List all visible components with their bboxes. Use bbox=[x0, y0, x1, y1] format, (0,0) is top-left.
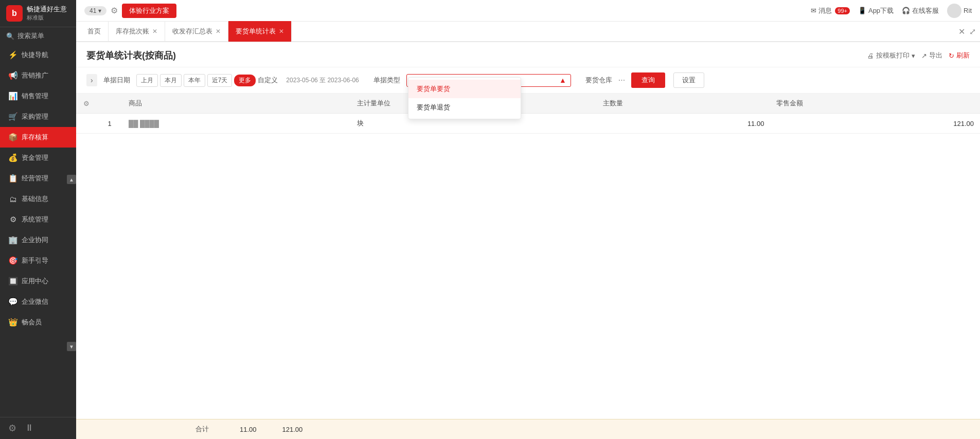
sidebar-item-member[interactable]: 👑 畅会员 bbox=[0, 312, 76, 333]
sidebar-item-operations[interactable]: 📋 经营管理 bbox=[0, 168, 76, 189]
topbar: 41 ▾ ⚙ 体验行业方案 ✉ 消息 99+ 📱 App下载 🎧 在线客服 R bbox=[76, 0, 980, 22]
sidebar-label-purchase: 采购管理 bbox=[22, 112, 48, 121]
sidebar-item-enterprise[interactable]: 🏢 企业协同 bbox=[0, 230, 76, 250]
member-icon: 👑 bbox=[8, 318, 17, 327]
table-header-quantity: 主数量 bbox=[597, 94, 771, 114]
table-header-index bbox=[97, 94, 122, 114]
print-button[interactable]: 🖨 按模板打印 ▾ bbox=[867, 51, 915, 60]
warehouse-more-btn[interactable]: ··· bbox=[618, 76, 625, 85]
sidebar-search[interactable]: 🔍 搜索菜单 bbox=[0, 27, 76, 45]
date-more-button[interactable]: 更多 bbox=[234, 75, 256, 86]
warehouse-filter-label: 要货仓库 bbox=[585, 76, 612, 85]
tab-close-inventory-batch[interactable]: ✕ bbox=[152, 28, 157, 35]
tab-home[interactable]: 首页 bbox=[80, 21, 109, 42]
sidebar-label-enterprise: 企业协同 bbox=[22, 235, 48, 245]
sidebar: b 畅捷通好生意 标准版 🔍 搜索菜单 ⚡ 快捷导航📢 营销推广📊 销售管理🛒 … bbox=[0, 0, 76, 439]
page-title: 要货单统计表(按商品) bbox=[86, 49, 176, 62]
row-index: 1 bbox=[97, 114, 122, 134]
type-dropdown-arrow[interactable]: ▲ bbox=[555, 76, 571, 84]
filter-toggle-button[interactable]: › bbox=[86, 74, 97, 86]
trial-button[interactable]: 体验行业方案 bbox=[122, 4, 176, 18]
sidebar-item-finance[interactable]: 💰 资金管理 bbox=[0, 148, 76, 168]
sidebar-scroll-down[interactable]: ▼ bbox=[67, 342, 76, 351]
date-last-month[interactable]: 上月 bbox=[136, 74, 158, 87]
logo-title: 畅捷通好生意 bbox=[27, 5, 67, 14]
export-button[interactable]: ↗ 导出 bbox=[921, 51, 942, 60]
collapse-icon[interactable]: ⏸ bbox=[25, 423, 34, 434]
wechat-icon: 💬 bbox=[8, 297, 17, 306]
sidebar-item-apps[interactable]: 🔲 应用中心 bbox=[0, 271, 76, 291]
dropdown-item-order-goods[interactable]: 要货单要货 bbox=[408, 80, 521, 98]
user-profile[interactable]: Rit bbox=[947, 4, 972, 18]
dropdown-item-order-return[interactable]: 要货单退货 bbox=[408, 98, 521, 117]
sidebar-item-system[interactable]: ⚙ 系统管理 bbox=[0, 209, 76, 230]
sidebar-item-guide[interactable]: 🎯 新手引导 bbox=[0, 250, 76, 271]
query-button[interactable]: 查询 bbox=[631, 72, 665, 88]
table-row: 1 ██ ████ 块 11.00 121.00 bbox=[76, 114, 980, 134]
tab-close-order-stats[interactable]: ✕ bbox=[279, 28, 284, 35]
footer-amount: 121.00 bbox=[257, 426, 303, 433]
marketing-icon: 📢 bbox=[8, 71, 17, 80]
sidebar-item-sales[interactable]: 📊 销售管理 bbox=[0, 86, 76, 106]
tab-close-receive-summary[interactable]: ✕ bbox=[216, 28, 221, 35]
refresh-button[interactable]: ↻ 刷新 bbox=[949, 51, 970, 60]
logo-icon: b bbox=[6, 5, 23, 22]
tab-label-inventory-batch: 库存批次账 bbox=[116, 27, 149, 36]
enterprise-icon: 🏢 bbox=[8, 235, 17, 245]
date-this-month[interactable]: 本月 bbox=[160, 74, 182, 87]
date-custom-label[interactable]: 自定义 bbox=[258, 76, 278, 85]
sidebar-item-basic[interactable]: 🗂 基础信息 bbox=[0, 189, 76, 209]
topbar-gear-icon[interactable]: ⚙ bbox=[111, 6, 118, 15]
sidebar-item-wechat[interactable]: 💬 企业微信 bbox=[0, 291, 76, 312]
avatar bbox=[947, 4, 961, 18]
sidebar-label-inventory: 库存核算 bbox=[22, 133, 48, 142]
sidebar-item-purchase[interactable]: 🛒 采购管理 bbox=[0, 106, 76, 127]
badge-arrow: ▾ bbox=[98, 7, 101, 14]
headset-icon: 🎧 bbox=[902, 7, 910, 14]
tab-expand[interactable]: ⤢ bbox=[969, 27, 976, 36]
online-service-button[interactable]: 🎧 在线客服 bbox=[902, 6, 939, 15]
page-header: 要货单统计表(按商品) 🖨 按模板打印 ▾ ↗ 导出 ↻ 刷新 bbox=[76, 42, 980, 67]
app-download-button[interactable]: 📱 App下载 bbox=[858, 6, 894, 15]
date-last-7-days[interactable]: 近7天 bbox=[207, 74, 233, 87]
logo-subtitle: 标准版 bbox=[27, 14, 67, 22]
tab-close-all[interactable]: ✕ bbox=[958, 27, 965, 36]
main-area: 41 ▾ ⚙ 体验行业方案 ✉ 消息 99+ 📱 App下载 🎧 在线客服 R bbox=[76, 0, 980, 439]
sidebar-label-sales: 销售管理 bbox=[22, 92, 48, 101]
row-amount: 121.00 bbox=[770, 114, 980, 134]
system-icon: ⚙ bbox=[8, 215, 17, 224]
print-dropdown-icon: ▾ bbox=[912, 52, 915, 60]
sidebar-item-quick-nav[interactable]: ⚡ 快捷导航 bbox=[0, 45, 76, 65]
filter-area: › 单据日期 上月 本月 本年 近7天 更多 自定义 2023-05-06 至 … bbox=[76, 67, 980, 94]
export-icon: ↗ bbox=[921, 52, 927, 60]
phone-icon: 📱 bbox=[858, 7, 866, 14]
operations-icon: 📋 bbox=[8, 174, 17, 183]
date-range-text: 2023-05-06 至 2023-06-06 bbox=[286, 76, 359, 85]
message-icon: ✉ bbox=[811, 7, 816, 14]
sidebar-scroll-up[interactable]: ▲ bbox=[67, 175, 76, 184]
row-quantity: 11.00 bbox=[597, 114, 771, 134]
tab-order-stats[interactable]: 要货单统计表 ✕ bbox=[228, 21, 292, 42]
table-header-amount: 零售金额 bbox=[770, 94, 980, 114]
basic-icon: 🗂 bbox=[8, 195, 17, 204]
tab-receive-summary[interactable]: 收发存汇总表 ✕ bbox=[165, 21, 228, 42]
tab-label-home: 首页 bbox=[87, 27, 101, 36]
sidebar-item-inventory[interactable]: 📦 库存核算 bbox=[0, 127, 76, 148]
sidebar-label-member: 畅会员 bbox=[22, 318, 42, 327]
date-filter-label: 单据日期 bbox=[103, 76, 130, 85]
table-footer: 合计 11.00 121.00 bbox=[76, 419, 980, 439]
date-this-year[interactable]: 本年 bbox=[184, 74, 205, 87]
table-header-gear[interactable]: ⚙ bbox=[76, 94, 97, 114]
sidebar-label-system: 系统管理 bbox=[22, 215, 48, 224]
quick-nav-icon: ⚡ bbox=[8, 50, 17, 60]
sidebar-bottom: ⚙ ⏸ bbox=[0, 417, 76, 439]
sidebar-item-marketing[interactable]: 📢 营销推广 bbox=[0, 65, 76, 86]
sales-icon: 📊 bbox=[8, 92, 17, 101]
data-table: ⚙ 商品 主计量单位 主数量 零售金额 1 ██ ████ 块 11.00 12… bbox=[76, 94, 980, 134]
messages-button[interactable]: ✉ 消息 99+ bbox=[811, 6, 850, 15]
sidebar-label-quick-nav: 快捷导航 bbox=[22, 50, 48, 60]
settings-button[interactable]: 设置 bbox=[673, 72, 704, 88]
date-shortcuts: 上月 本月 本年 近7天 更多 自定义 bbox=[136, 74, 278, 87]
tab-inventory-batch[interactable]: 库存批次账 ✕ bbox=[109, 21, 165, 42]
settings-icon[interactable]: ⚙ bbox=[8, 423, 16, 434]
